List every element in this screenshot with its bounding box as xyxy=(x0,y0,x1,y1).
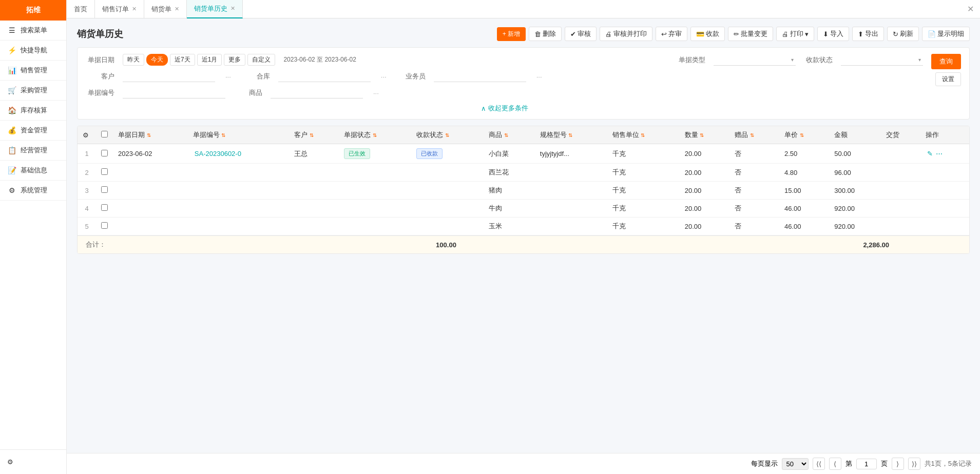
row-doc-status xyxy=(339,200,411,218)
row-qty: 20.00 xyxy=(680,144,729,164)
sidebar-item-ops-mgmt[interactable]: 📋 经营管理 xyxy=(0,141,66,161)
col-goods: 商品 ⇅ xyxy=(484,126,534,144)
date-custom-btn[interactable]: 自定义 xyxy=(247,54,275,66)
col-qty-sort-icon[interactable]: ⇅ xyxy=(700,132,704,138)
col-unit-sort-icon[interactable]: ⇅ xyxy=(641,132,645,138)
tab-sales-delivery[interactable]: 销货单 ✕ xyxy=(144,0,187,18)
close-all-tabs-btn[interactable]: ✕ xyxy=(961,4,980,14)
date-filter-label: 单据日期 xyxy=(86,55,114,65)
payment-status-select[interactable] xyxy=(841,54,923,66)
tab-home[interactable]: 首页 xyxy=(67,0,95,18)
tab-sales-delivery-close[interactable]: ✕ xyxy=(175,6,179,12)
audit-print-button[interactable]: 🖨 审核并打印 xyxy=(600,27,652,41)
set-button[interactable]: 设置 xyxy=(935,72,961,86)
query-button[interactable]: 查询 xyxy=(931,54,961,69)
col-doc-status-sort-icon[interactable]: ⇅ xyxy=(373,132,377,138)
col-doc-no-sort-icon[interactable]: ⇅ xyxy=(221,132,225,138)
col-qty: 数量 ⇅ xyxy=(680,126,729,144)
sidebar-item-label: 系统管理 xyxy=(21,186,47,195)
import-button[interactable]: ⬇ 导入 xyxy=(817,27,849,41)
inventory-icon: 🏠 xyxy=(7,106,16,115)
col-doc-date-sort-icon[interactable]: ⇅ xyxy=(147,132,151,138)
table-row: 1 2023-06-02 SA-20230602-0 王总 已生效 已收款 小白… xyxy=(78,144,969,164)
date-last7days-btn[interactable]: 近7天 xyxy=(170,54,195,66)
tab-sales-order[interactable]: 销售订单 ✕ xyxy=(95,0,144,18)
customer-input[interactable] xyxy=(123,71,215,82)
action-edit-link[interactable]: ✎ xyxy=(927,150,933,157)
col-gift-sort-icon[interactable]: ⇅ xyxy=(750,132,754,138)
print-button[interactable]: 🖨 打印 ▾ xyxy=(776,27,814,41)
collapse-btn[interactable]: ∧ 收起更多条件 xyxy=(481,104,528,113)
date-last1month-btn[interactable]: 近1月 xyxy=(197,54,222,66)
col-goods-label: 商品 xyxy=(489,131,502,139)
batch-change-button[interactable]: ✏ 批量变更 xyxy=(728,27,773,41)
warehouse-input[interactable] xyxy=(278,71,371,82)
select-all-checkbox[interactable] xyxy=(101,131,108,137)
sidebar-item-purchase-mgmt[interactable]: 🛒 采购管理 xyxy=(0,81,66,101)
action-more-link[interactable]: ⋯ xyxy=(936,150,943,157)
col-doc-no: 单据编号 ⇅ xyxy=(188,126,289,144)
next-page-btn[interactable]: ⟩ xyxy=(892,458,904,470)
row-checkbox[interactable] xyxy=(101,168,108,175)
sidebar-item-quick-nav[interactable]: ⚡ 快捷导航 xyxy=(0,41,66,61)
new-button[interactable]: + 新增 xyxy=(497,27,526,41)
prev-page-btn[interactable]: ⟨ xyxy=(829,458,841,470)
col-customer-sort-icon[interactable]: ⇅ xyxy=(310,132,314,138)
delete-button[interactable]: 🗑 删除 xyxy=(529,27,562,41)
row-checkbox[interactable] xyxy=(101,222,108,229)
date-today-btn[interactable]: 今天 xyxy=(146,54,168,66)
settings-gear-icon: ⚙ xyxy=(7,458,13,466)
abandon-button[interactable]: ↩ 弃审 xyxy=(656,27,687,41)
goods-more-btn[interactable]: ··· xyxy=(371,89,381,97)
export-button[interactable]: ⬆ 导出 xyxy=(852,27,884,41)
tab-sales-history[interactable]: 销货单历史 ✕ xyxy=(187,0,243,18)
warehouse-more-btn[interactable]: ··· xyxy=(379,73,389,81)
collapse-up-icon: ∧ xyxy=(481,105,486,112)
goods-input[interactable] xyxy=(271,87,363,98)
refresh-button[interactable]: ↻ 刷新 xyxy=(887,27,919,41)
sidebar-item-finance-mgmt[interactable]: 💰 资金管理 xyxy=(0,121,66,141)
tab-sales-history-close[interactable]: ✕ xyxy=(230,5,235,12)
date-yesterday-btn[interactable]: 昨天 xyxy=(123,54,144,66)
date-range-display: 2023-06-02 至 2023-06-02 xyxy=(283,55,668,64)
staff-input[interactable] xyxy=(434,71,526,82)
row-price: 46.00 xyxy=(779,218,829,235)
sidebar-settings-btn[interactable]: ⚙ xyxy=(0,454,66,470)
row-checkbox[interactable] xyxy=(101,204,108,211)
col-payment-status-sort-icon[interactable]: ⇅ xyxy=(445,132,449,138)
date-more-btn[interactable]: 更多 xyxy=(224,54,245,66)
doc-type-label: 单据类型 xyxy=(677,55,705,65)
page-header: 销货单历史 + 新增 🗑 删除 ✔ 审核 🖨 审核并打印 ↩ 弃审 xyxy=(77,27,970,41)
show-detail-button[interactable]: 📄 显示明细 xyxy=(922,27,970,41)
audit-button[interactable]: ✔ 审核 xyxy=(565,27,597,41)
customer-more-btn[interactable]: ··· xyxy=(223,73,233,81)
sidebar-item-basic-info[interactable]: 📝 基础信息 xyxy=(0,161,66,181)
table-row: 2 西兰花 千克 20.00 否 4.80 96.00 xyxy=(78,164,969,182)
staff-more-btn[interactable]: ··· xyxy=(534,73,544,81)
col-customer-label: 客户 xyxy=(294,131,308,139)
show-detail-icon: 📄 xyxy=(928,30,936,38)
row-price: 15.00 xyxy=(779,182,829,200)
col-price-sort-icon[interactable]: ⇅ xyxy=(800,132,804,138)
app-logo: 拓维 xyxy=(0,0,66,21)
col-spec-sort-icon[interactable]: ⇅ xyxy=(568,132,572,138)
row-action xyxy=(920,164,969,182)
config-icon[interactable]: ⚙ xyxy=(83,131,89,139)
last-page-btn[interactable]: ⟩⟩ xyxy=(908,458,920,470)
sidebar-item-sales-mgmt[interactable]: 📊 销售管理 xyxy=(0,61,66,81)
row-checkbox[interactable] xyxy=(101,186,108,193)
sidebar-item-inventory[interactable]: 🏠 库存核算 xyxy=(0,101,66,121)
sidebar-item-search-menu[interactable]: ☰ 搜索菜单 xyxy=(0,21,66,41)
doc-type-select[interactable] xyxy=(714,54,796,66)
doc-no-input[interactable] xyxy=(123,87,225,98)
first-page-btn[interactable]: ⟨⟨ xyxy=(813,458,825,470)
row-amount: 300.00 xyxy=(829,182,881,200)
sidebar-item-label: 销售管理 xyxy=(21,66,47,75)
receive-button[interactable]: 💳 收款 xyxy=(690,27,725,41)
row-checkbox[interactable] xyxy=(101,150,108,156)
tab-sales-order-close[interactable]: ✕ xyxy=(132,6,137,12)
page-size-select[interactable]: 50 100 xyxy=(782,458,809,470)
sidebar-item-sys-mgmt[interactable]: ⚙ 系统管理 xyxy=(0,181,66,201)
page-number-input[interactable] xyxy=(856,459,877,469)
col-goods-sort-icon[interactable]: ⇅ xyxy=(504,132,508,138)
